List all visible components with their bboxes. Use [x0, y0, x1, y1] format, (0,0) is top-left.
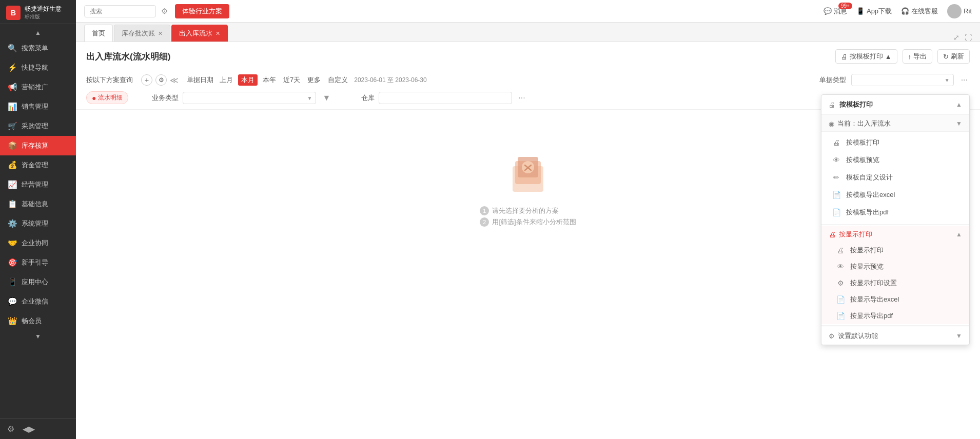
- display-section-label: 按显示打印: [839, 230, 872, 239]
- dropdown-current-arrow[interactable]: ▼: [956, 120, 962, 127]
- dropdown-template-print[interactable]: 🖨 按模板打印: [821, 134, 969, 151]
- app-download-button[interactable]: 📱 App下载: [856, 7, 892, 16]
- sidebar-scroll-up[interactable]: ▲: [0, 27, 76, 38]
- dropdown-display-print[interactable]: 🖨 按显示打印: [821, 242, 969, 258]
- business-type-select[interactable]: [183, 92, 316, 104]
- sidebar-item-label: 搜索菜单: [22, 44, 48, 53]
- sidebar-item-basic[interactable]: 📋 基础信息: [0, 194, 76, 214]
- operation-icon: 📈: [7, 180, 17, 189]
- sidebar-item-enterprise[interactable]: 🤝 企业协同: [0, 233, 76, 253]
- trial-button[interactable]: 体验行业方案: [175, 4, 229, 18]
- dropdown-footer-label: ⚙ 设置默认功能: [829, 331, 878, 341]
- dropdown-display-export-excel[interactable]: 📄 按显示导出excel: [821, 291, 969, 308]
- dropdown-display-preview[interactable]: 👁 按显示预览: [821, 258, 969, 275]
- dropdown-title: 按模板打印: [839, 100, 873, 109]
- sidebar-item-system[interactable]: ⚙️ 系统管理: [0, 214, 76, 233]
- wechat-icon: 💬: [7, 297, 17, 306]
- type-select[interactable]: [851, 74, 954, 86]
- tab-batch-account-close-icon[interactable]: ✕: [158, 30, 163, 37]
- tab-fullscreen-icon[interactable]: ⛶: [965, 33, 972, 42]
- export-button[interactable]: ↑ 导出: [903, 49, 933, 64]
- search-input[interactable]: [84, 5, 156, 17]
- date-option-this-month[interactable]: 本月: [238, 74, 258, 86]
- dropdown-display-section-header[interactable]: 🖨 按显示打印 ▲: [821, 226, 969, 242]
- topbar-gear-icon[interactable]: ⚙: [161, 7, 168, 16]
- online-service-button[interactable]: 🎧 在线客服: [901, 7, 938, 16]
- basic-icon: 📋: [7, 199, 17, 209]
- inventory-icon: 📦: [7, 141, 17, 150]
- logo-icon: B: [6, 6, 21, 20]
- message-icon: 💬: [824, 7, 832, 15]
- date-option-custom[interactable]: 自定义: [326, 74, 350, 86]
- dropdown-template-preview[interactable]: 👁 按模板预览: [821, 151, 969, 169]
- sidebar: B 畅捷通好生意 标准版 ▲ 🔍 搜索菜单 ⚡ 快捷导航 📢 营销推广 📊: [0, 0, 76, 439]
- sidebar-item-purchase[interactable]: 🛒 采购管理: [0, 116, 76, 136]
- sidebar-item-vip[interactable]: 👑 畅会员: [0, 311, 76, 331]
- sidebar-item-guide[interactable]: 🎯 新手引导: [0, 253, 76, 272]
- sidebar-item-inventory[interactable]: 📦 库存核算: [0, 136, 76, 155]
- message-button[interactable]: 💬 消息 99+: [824, 7, 847, 16]
- tab-batch-account[interactable]: 库存批次账 ✕: [114, 25, 170, 42]
- tab-restore-icon[interactable]: ⤢: [953, 33, 959, 42]
- dropdown-footer-chevron-down-icon[interactable]: ▼: [956, 332, 962, 340]
- refresh-button[interactable]: ↻ 刷新: [937, 49, 970, 64]
- sidebar-item-label: 应用中心: [22, 277, 48, 287]
- display-pdf-label: 按显示导出pdf: [850, 311, 893, 321]
- date-option-last-month[interactable]: 上月: [218, 74, 235, 86]
- date-option-7days[interactable]: 近7天: [281, 74, 302, 86]
- template-print-dropdown: 🖨 按模板打印 ▲ ◉ 当前：出入库流水 ▼ 🖨: [821, 94, 970, 345]
- template-print-button[interactable]: 🖨 按模板打印 ▲: [835, 49, 897, 64]
- current-indicator-icon: ◉: [829, 120, 834, 128]
- date-option-more[interactable]: 更多: [305, 74, 323, 86]
- tab-flow-close-icon[interactable]: ✕: [215, 30, 220, 37]
- flow-tag[interactable]: ● 流水明细: [86, 91, 128, 104]
- warehouse-label: 仓库: [361, 93, 375, 103]
- settings-icon[interactable]: ⚙: [7, 424, 14, 434]
- step-1-num: 1: [480, 206, 489, 215]
- date-option-this-year[interactable]: 本年: [261, 74, 278, 86]
- template-excel-icon: 📄: [832, 191, 841, 199]
- sidebar-item-shortcut[interactable]: ⚡ 快捷导航: [0, 58, 76, 77]
- dropdown-template-custom[interactable]: ✏ 模板自定义设计: [821, 169, 969, 186]
- sidebar-scroll-down[interactable]: ▼: [0, 331, 76, 342]
- dropdown-display-export-pdf[interactable]: 📄 按显示导出pdf: [821, 308, 969, 324]
- filter-add-button[interactable]: +: [141, 74, 152, 86]
- warehouse-input[interactable]: [379, 92, 512, 104]
- empty-step-2: 2 用[筛选]条件来缩小分析范围: [480, 217, 576, 227]
- filter-collapse-button[interactable]: ≪: [170, 75, 179, 85]
- template-custom-label: 模板自定义设计: [846, 173, 893, 182]
- sidebar-item-operation[interactable]: 📈 经营管理: [0, 175, 76, 194]
- business-type-area: 业务类型 ▼: [152, 92, 332, 104]
- type-more-icon[interactable]: ···: [959, 75, 970, 85]
- tab-home[interactable]: 首页: [84, 25, 113, 42]
- warehouse-more-icon[interactable]: ···: [516, 93, 527, 103]
- refresh-label: 刷新: [951, 52, 964, 61]
- step-2-num: 2: [480, 217, 489, 227]
- sidebar-item-finance[interactable]: 💰 资金管理: [0, 155, 76, 175]
- sidebar-item-search[interactable]: 🔍 搜索菜单: [0, 38, 76, 58]
- display-section-chevron-up-icon[interactable]: ▲: [956, 231, 962, 238]
- dropdown-current-row: ◉ 当前：出入库流水 ▼: [821, 115, 969, 132]
- tab-flow[interactable]: 出入库流水 ✕: [171, 25, 228, 42]
- user-profile[interactable]: Rit: [947, 4, 972, 18]
- filter-settings-button[interactable]: ⚙: [155, 74, 167, 86]
- template-excel-label: 按模板导出excel: [846, 190, 895, 199]
- dropdown-template-export-pdf[interactable]: 📄 按模板导出pdf: [821, 204, 969, 221]
- collapse-icon[interactable]: ◀▶: [23, 424, 35, 434]
- dropdown-template-export-excel[interactable]: 📄 按模板导出excel: [821, 186, 969, 204]
- sidebar-item-appstore[interactable]: 📱 应用中心: [0, 272, 76, 292]
- page-content: 出入库流水(流水明细) 🖨 按模板打印 ▲ ↑ 导出 ↻ 刷新: [76, 42, 980, 439]
- sidebar-item-sales[interactable]: 📊 销售管理: [0, 97, 76, 116]
- tabs-right-icons: ⤢ ⛶: [953, 33, 972, 42]
- dropdown-footer[interactable]: ⚙ 设置默认功能 ▼: [821, 327, 969, 345]
- dropdown-display-settings[interactable]: ⚙ 按显示打印设置: [821, 275, 969, 291]
- display-print-label: 按显示打印: [850, 246, 884, 255]
- sidebar-item-wechat[interactable]: 💬 企业微信: [0, 292, 76, 311]
- vip-icon: 👑: [7, 316, 17, 326]
- logo-text: 畅捷通好生意: [25, 5, 62, 13]
- sales-icon: 📊: [7, 102, 17, 111]
- dropdown-print-icon: 🖨: [829, 101, 835, 109]
- dropdown-chevron-up-icon[interactable]: ▲: [956, 101, 962, 108]
- sidebar-item-marketing[interactable]: 📢 营销推广: [0, 77, 76, 97]
- business-type-label: 业务类型: [152, 93, 179, 103]
